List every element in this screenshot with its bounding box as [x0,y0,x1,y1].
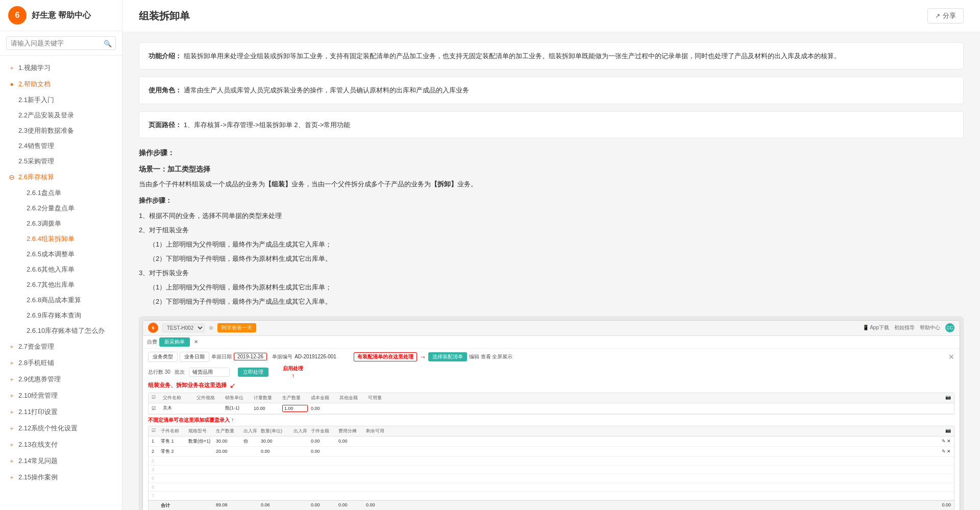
sim-arrow1: → [419,353,426,361]
plus-icon-2-8: ＋ [8,359,15,367]
search-icon[interactable]: 🔍 [104,39,112,47]
sidebar-item-docs-2-7[interactable]: ＋ 2.7资金管理 [0,338,122,355]
sim-orange-btn[interactable]: 阿里爸爸一天 [217,323,256,332]
sidebar: 6 好生意 帮助中心 🔍 ＋ 1.视频学习 ● 2.帮助文档 2.1新手入门 2… [0,0,122,510]
path-text: 1、库存核算->库存管理->组装拆卸单 2、首页->常用功能 [184,121,351,129]
sidebar-item-docs-2-6-5[interactable]: 2.6.5成本调整单 [0,247,122,262]
sim-btn-save[interactable]: 业务类型 [148,352,178,362]
sim-bth-io1: 出入库 [243,428,259,434]
sidebar-item-docs-2-6-7[interactable]: 2.6.7其他出库单 [0,277,122,293]
sidebar-item-docs-2-6-9[interactable]: 2.6.9库存账本查询 [0,308,122,323]
sim-bth-ops: 📷 [945,428,951,434]
sim-btn-submit[interactable]: 业务日期 [180,352,209,362]
sim-bth-remain: 剩余可用 [366,428,391,434]
sim-row2-edit[interactable]: ✎ [942,449,946,454]
sim-logo: 6 [148,323,158,333]
search-wrap: 🔍 [6,36,116,50]
sidebar-item-docs-2-10[interactable]: ＋ 2.10经营管理 [0,387,122,404]
sim-annotation1-text: 有装配清单的在这里处理 [354,352,417,361]
sim-annotation2-wrap: 组装业务、拆卸业务在这里选择 ↙ [148,381,954,390]
sim-bottom-table: ☑ 子件名称 规格型号 生产数量 出入库 数量(单位) 出入库 子件金额 费用分… [148,426,954,510]
sidebar-item-docs-2-6[interactable]: ⊖ 2.6库存核算 [0,169,122,185]
plus-icon-2-7: ＋ [8,343,15,350]
share-button[interactable]: ↗ 分享 [927,8,964,23]
sim-th-parent-name: 父件名称 [163,395,193,401]
path-block: 页面路径： 1、库存核算->库存管理->组装拆卸单 2、首页->常用功能 [139,111,964,138]
sim-bth-name: 子件名称 [161,428,186,434]
sidebar-item-docs-2-13[interactable]: ＋ 2.13在线支付 [0,436,122,453]
sim-btn-peilist[interactable]: 选择装配清单 [428,352,467,361]
sidebar-item-docs-2-6-1[interactable]: 2.6.1盘点单 [0,185,122,201]
sidebar-item-docs-2-6-label: 2.6库存核算 [18,173,54,182]
sim-td-planqty1: 10.00 [254,406,279,411]
sidebar-item-docs-2-3[interactable]: 2.3使用前数据准备 [0,123,122,138]
sim-td-unit1: 瓶(1-1) [225,405,251,411]
sim-code-val: AD-20191226-001 [295,354,336,359]
sim-puhuo-select[interactable]: 铺货品用 [189,368,230,377]
sim-topbar-item-app: 📱 App下载 [863,324,889,331]
sidebar-item-docs-2-6-3[interactable]: 2.6.3调拨单 [0,216,122,231]
sim-td-prodqty1: 1.00 [282,405,308,412]
sim-tab-x[interactable]: ✕ [194,339,198,345]
sidebar-item-docs-label: 2.帮助文档 [18,80,51,89]
sim-topbar-item-guide: 初始指导 [894,324,915,331]
sim-rows-label2: 批次 [175,369,185,376]
sidebar-item-video[interactable]: ＋ 1.视频学习 [0,60,122,76]
sim-row1-edit[interactable]: ✎ [942,439,946,444]
sim-close-icon[interactable]: ✕ [948,353,954,361]
sidebar-item-docs-2-1[interactable]: 2.1新手入门 [0,92,122,108]
sidebar-item-docs-2-15[interactable]: ＋ 2.15操作案例 [0,469,122,485]
sim-bth-alloc: 费用分摊 [338,428,364,434]
search-input[interactable] [6,36,116,50]
sidebar-item-docs-2-6-4[interactable]: 2.6.4组装拆卸单 [0,231,122,247]
sidebar-item-docs-2-6-2[interactable]: 2.6.2分量盘点单 [0,201,122,216]
sidebar-item-docs-2-5[interactable]: 2.5采购管理 [0,154,122,169]
sidebar-item-docs-2-12-label: 2.12系统个性化设置 [18,424,78,433]
sidebar-item-docs-2-2[interactable]: 2.2产品安装及登录 [0,108,122,123]
feature-intro-label: 功能介绍： [149,52,182,60]
sim-bottom-row5: 5 [149,474,954,483]
sim-row2-del[interactable]: ✕ [947,449,951,454]
sim-th-avail: 可用量 [368,395,394,401]
sim-form-toolbar: 业务类型 业务日期 单据日期 2019-12-26 单据编号 AD-201912… [148,352,954,362]
sidebar-item-docs-2-6-6[interactable]: 2.6.6其他入库单 [0,262,122,277]
sidebar-item-docs-2-8[interactable]: ＋ 2.8手机旺铺 [0,355,122,371]
sim-th-parent-spec: 父件规格 [197,395,222,401]
sim-form-area: 业务类型 业务日期 单据日期 2019-12-26 单据编号 AD-201912… [143,349,960,510]
sidebar-item-docs-2-14[interactable]: ＋ 2.14常见问题 [0,453,122,469]
sim-annotation3: 启用处理 [283,365,303,372]
sim-tab-active[interactable]: 新采购单 [159,337,190,347]
sim-settings-icon: ⚙ [209,325,213,331]
sim-row1-del[interactable]: ✕ [947,439,951,444]
sidebar-item-docs-2-9[interactable]: ＋ 2.9优惠券管理 [0,371,122,387]
sidebar-item-docs-2-4[interactable]: 2.4销售管理 [0,138,122,154]
sidebar-item-docs-2-6-10[interactable]: 2.6.10库存账本错了怎么办 [0,323,122,338]
sim-top-table-header: ☑ 父件名称 父件规格 销售单位 计量数量 生产数量 成本金额 其他金额 可用量… [149,393,954,403]
minus-icon: ● [8,81,15,88]
sim-tab-home[interactable]: 自费 [147,338,157,346]
sidebar-item-docs-2-6-8[interactable]: 2.6.8商品成本重算 [0,293,122,308]
sim-total-row: 合计 89.08 0.06 0.00 0.00 0.00 0.00 [149,500,954,510]
plus-icon-2-10: ＋ [8,392,15,399]
content-body: 功能介绍： 组装拆卸单用来处理企业组装或拆卸等加工业务，支持有固定装配清单的产品… [122,32,980,510]
sim-bottom-row4: 4 [149,466,954,474]
sim-annotation3-wrap: 启用处理 ↑ [283,365,303,379]
screenshot-container: 6 TEST-H002 ⚙ 阿里爸爸一天 📱 App下载 初始指导 帮助中心 C… [139,317,964,510]
sidebar-item-docs[interactable]: ● 2.帮助文档 [0,76,122,92]
sim-bottom-row7: 7 [149,492,954,500]
sim-td-check1: ☑ [152,406,160,411]
search-box: 🔍 [0,31,122,56]
sim-close-btn[interactable]: ✕ [948,353,954,361]
sim-btn-apply[interactable]: 立即处理 [238,368,268,377]
sidebar-item-docs-2-10-label: 2.10经营管理 [18,391,58,400]
sim-company-select[interactable]: TEST-H002 [162,324,205,332]
main-content: 组装拆卸单 ↗ 分享 功能介绍： 组装拆卸单用来处理企业组装或拆卸等加工业务，支… [122,0,980,510]
sidebar-item-docs-2-12[interactable]: ＋ 2.12系统个性化设置 [0,420,122,436]
plus-icon: ＋ [8,64,15,71]
step-2-2: （2）下部明细为子件明细，最终作为原材料生成其它出库单。 [149,252,964,265]
sidebar-item-docs-2-11[interactable]: ＋ 2.11打印设置 [0,404,122,420]
app-title: 好生意 帮助中心 [32,10,91,21]
plus-icon-2-14: ＋ [8,457,15,465]
sim-td-cost1: 0.00 [311,406,336,411]
sim-rows-label: 总行数 30 [148,369,170,376]
